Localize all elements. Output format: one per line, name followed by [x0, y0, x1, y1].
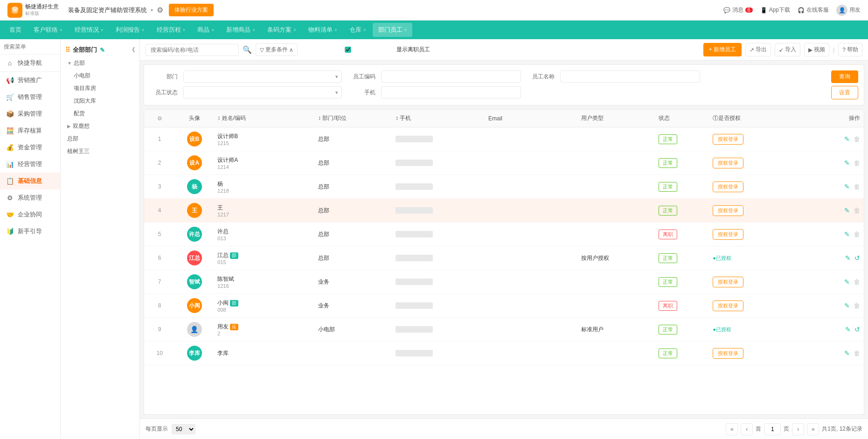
- settings-col-icon[interactable]: ⚙: [157, 115, 162, 122]
- restore-btn[interactable]: ↺: [854, 254, 860, 262]
- sidebar-item-finance[interactable]: 💰 资金管理: [0, 139, 60, 156]
- delete-btn[interactable]: 🗑: [854, 230, 860, 238]
- restore-btn[interactable]: ↺: [854, 326, 860, 333]
- sidebar-item-guide[interactable]: 🔰 新手引导: [0, 223, 60, 240]
- auth-login-btn[interactable]: 授权登录: [713, 229, 743, 240]
- close-icon[interactable]: ×: [334, 28, 337, 33]
- next-page-btn[interactable]: ›: [792, 423, 804, 435]
- close-icon[interactable]: ×: [183, 28, 186, 33]
- dept-node-shuanglu[interactable]: ▶ 双鹿想: [61, 120, 139, 132]
- auth-login-btn[interactable]: 授权登录: [713, 348, 743, 359]
- filter-more-btn[interactable]: ▽ 更多条件 ∧: [256, 43, 298, 56]
- emp-code-input[interactable]: [381, 70, 521, 83]
- dept-collapse-icon[interactable]: 《: [129, 46, 135, 54]
- auth-login-btn[interactable]: 授权登录: [713, 181, 743, 192]
- dept-node-zongbu2[interactable]: 总部: [61, 132, 139, 145]
- tab-bom[interactable]: 物料清单×: [303, 23, 343, 37]
- close-icon[interactable]: ×: [363, 28, 366, 33]
- dept-edit-icon[interactable]: ✎: [100, 47, 105, 54]
- sidebar-search-input[interactable]: [4, 43, 61, 50]
- tab-customer[interactable]: 客户联络×: [28, 23, 68, 37]
- delete-btn[interactable]: 🗑: [854, 207, 860, 214]
- dept-node-xiangmu[interactable]: 项目库房: [61, 82, 139, 95]
- import-btn[interactable]: ↙ 导入: [775, 43, 800, 56]
- delete-btn[interactable]: 🗑: [854, 302, 860, 309]
- edit-btn[interactable]: ✎: [844, 230, 850, 238]
- tab-profit[interactable]: 利润报告×: [110, 23, 150, 37]
- col-name[interactable]: ↕ 姓名/编码: [214, 110, 314, 127]
- dept-node-xiaodian[interactable]: 小电部: [61, 70, 139, 82]
- edit-btn[interactable]: ✎: [844, 207, 850, 214]
- tab-operations[interactable]: 经营情况×: [69, 23, 109, 37]
- sidebar-item-inventory[interactable]: 🧮 库存核算: [0, 122, 60, 139]
- edit-btn[interactable]: ✎: [844, 135, 850, 143]
- tab-employees[interactable]: 部门员工×: [373, 23, 413, 37]
- edit-btn[interactable]: ✎: [844, 349, 850, 357]
- tab-history[interactable]: 经营历程×: [151, 23, 191, 37]
- sidebar-item-corp[interactable]: 🤝 企业协同: [0, 206, 60, 223]
- edit-btn[interactable]: ✎: [845, 326, 851, 333]
- system-title-dropdown[interactable]: ▾: [151, 7, 153, 13]
- prev-page-btn[interactable]: ‹: [741, 423, 753, 435]
- sidebar-item-operations[interactable]: 📊 经营管理: [0, 156, 60, 173]
- tab-goods[interactable]: 商品×: [192, 23, 220, 37]
- sidebar-item-marketing[interactable]: 📢 营销推广: [0, 72, 60, 89]
- tab-barcode[interactable]: 条码方案×: [262, 23, 302, 37]
- export-btn[interactable]: ↗ 导出: [745, 43, 771, 56]
- auth-login-btn[interactable]: 授权登录: [713, 277, 743, 287]
- filter-search-icon[interactable]: 🔍: [243, 45, 252, 54]
- edit-btn[interactable]: ✎: [844, 159, 850, 167]
- sidebar-item-quick-nav[interactable]: ⌂ 快捷导航: [0, 55, 60, 71]
- auth-login-btn[interactable]: 授权登录: [713, 205, 743, 216]
- delete-btn[interactable]: 🗑: [854, 278, 860, 286]
- message-btn[interactable]: 💬 消息 6: [723, 6, 753, 14]
- auth-login-btn[interactable]: 授权登录: [713, 300, 743, 311]
- auth-login-btn[interactable]: 授权登录: [713, 134, 743, 145]
- sidebar-item-sales[interactable]: 🛒 销售管理: [0, 89, 60, 105]
- close-icon[interactable]: ×: [101, 28, 104, 33]
- tab-warehouse[interactable]: 仓库×: [344, 23, 372, 37]
- tab-home[interactable]: 首页: [4, 23, 27, 37]
- experience-btn[interactable]: 体验行业方案: [169, 4, 214, 16]
- show-resigned-checkbox[interactable]: [301, 47, 395, 53]
- online-service-btn[interactable]: 🎧 在线客服: [798, 6, 829, 14]
- help-btn[interactable]: ? 帮助: [838, 43, 862, 56]
- delete-btn[interactable]: 🗑: [854, 183, 860, 190]
- settings-icon[interactable]: ⚙: [157, 6, 163, 14]
- close-icon[interactable]: ×: [293, 28, 296, 33]
- dept-node-zongbu-root[interactable]: ▼ 总部: [61, 57, 139, 70]
- set-btn[interactable]: 设置: [831, 86, 858, 99]
- first-page-btn[interactable]: «: [726, 423, 738, 435]
- dept-node-peihuo[interactable]: 配货: [61, 107, 139, 120]
- col-phone[interactable]: ↕ 手机: [392, 110, 485, 127]
- delete-btn[interactable]: 🗑: [854, 349, 860, 357]
- close-icon[interactable]: ×: [404, 28, 407, 33]
- dept-node-zhishu[interactable]: 植树王三: [61, 145, 139, 158]
- page-number-input[interactable]: [764, 423, 781, 435]
- col-dept[interactable]: ↕ 部门/职位: [314, 110, 392, 127]
- edit-btn[interactable]: ✎: [844, 302, 850, 309]
- edit-btn[interactable]: ✎: [844, 278, 850, 286]
- delete-btn[interactable]: 🗑: [854, 159, 860, 167]
- sidebar-item-sys-mgmt[interactable]: ⚙ 系统管理: [0, 189, 60, 206]
- user-menu[interactable]: 👤 用友: [836, 5, 861, 16]
- close-icon[interactable]: ×: [252, 28, 255, 33]
- edit-btn[interactable]: ✎: [844, 183, 850, 190]
- emp-name-input[interactable]: [560, 70, 700, 83]
- close-icon[interactable]: ×: [211, 28, 214, 33]
- emp-status-select[interactable]: [183, 86, 342, 98]
- sidebar-item-purchase[interactable]: 📦 采购管理: [0, 105, 60, 122]
- last-page-btn[interactable]: »: [807, 423, 819, 435]
- phone-input[interactable]: [381, 86, 521, 98]
- delete-btn[interactable]: 🗑: [854, 135, 860, 143]
- add-employee-btn[interactable]: + 新增员工: [703, 43, 742, 56]
- app-download-btn[interactable]: 📱 App下载: [760, 6, 790, 14]
- dept-node-shenyang[interactable]: 沈阳大库: [61, 95, 139, 107]
- video-btn[interactable]: ▶ 视频: [804, 43, 829, 56]
- close-icon[interactable]: ×: [142, 28, 145, 33]
- query-btn[interactable]: 查询: [831, 70, 858, 83]
- tab-add-goods[interactable]: 新增商品×: [221, 23, 261, 37]
- per-page-select[interactable]: 50 100: [172, 424, 195, 434]
- auth-login-btn[interactable]: 授权登录: [713, 158, 743, 168]
- edit-btn[interactable]: ✎: [845, 254, 851, 262]
